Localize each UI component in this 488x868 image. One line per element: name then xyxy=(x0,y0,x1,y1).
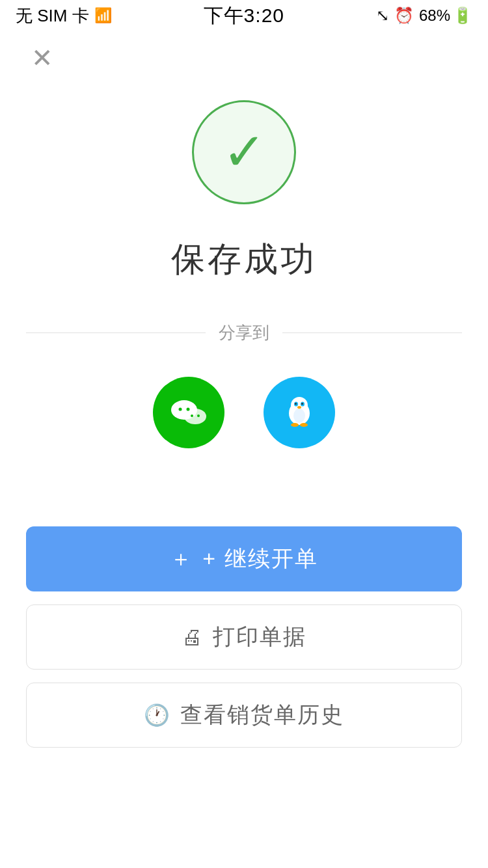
qq-icon xyxy=(279,392,319,433)
status-time: 下午3:20 xyxy=(204,3,284,29)
share-label: 分享到 xyxy=(219,321,269,344)
history-label: 查看销货单历史 xyxy=(180,700,344,730)
svg-point-2 xyxy=(178,407,182,411)
location-icon: ⤡ xyxy=(376,7,389,25)
success-title: 保存成功 xyxy=(171,237,317,282)
share-section: 分享到 xyxy=(0,321,488,461)
status-bar: 无 SIM 卡 📶 下午3:20 ⤡ ⏰ 68% 🔋 xyxy=(0,0,488,29)
qq-share-button[interactable] xyxy=(264,377,335,448)
history-icon: 🕐 xyxy=(144,703,171,727)
alarm-icon: ⏰ xyxy=(394,7,414,25)
svg-point-10 xyxy=(295,403,297,405)
battery-percent: 68% xyxy=(419,7,450,25)
plus-icon: ＋ xyxy=(170,544,193,574)
print-button[interactable]: 🖨 打印单据 xyxy=(26,604,462,670)
svg-point-3 xyxy=(186,407,189,411)
wechat-share-button[interactable] xyxy=(153,377,224,448)
status-right: ⤡ ⏰ 68% 🔋 xyxy=(376,7,472,25)
svg-point-11 xyxy=(301,403,303,405)
wechat-icon xyxy=(168,392,210,434)
battery-indicator: 68% 🔋 xyxy=(419,7,472,25)
history-button[interactable]: 🕐 查看销货单历史 xyxy=(26,683,462,748)
wifi-icon: 📶 xyxy=(94,7,112,24)
sim-status: 无 SIM 卡 xyxy=(16,5,89,27)
print-icon: 🖨 xyxy=(182,625,204,649)
close-icon: ✕ xyxy=(31,45,53,71)
close-button[interactable]: ✕ xyxy=(26,42,59,74)
svg-point-14 xyxy=(300,423,308,427)
continue-order-label: + 继续开单 xyxy=(202,544,318,574)
svg-point-5 xyxy=(197,414,200,417)
svg-point-1 xyxy=(184,409,206,424)
action-buttons: ＋ + 继续开单 🖨 打印单据 🕐 查看销货单历史 xyxy=(0,526,488,748)
share-icons-row xyxy=(26,377,462,448)
success-circle: ✓ xyxy=(192,100,296,204)
checkmark-icon: ✓ xyxy=(223,126,266,178)
share-divider: 分享到 xyxy=(26,321,462,344)
svg-point-4 xyxy=(191,414,193,417)
main-content: ✓ 保存成功 分享到 xyxy=(0,61,488,748)
svg-point-12 xyxy=(297,406,301,409)
status-left: 无 SIM 卡 📶 xyxy=(16,5,112,27)
print-label: 打印单据 xyxy=(213,622,306,652)
continue-order-button[interactable]: ＋ + 继续开单 xyxy=(26,526,462,591)
svg-point-15 xyxy=(293,409,305,423)
battery-icon: 🔋 xyxy=(453,7,472,25)
svg-point-13 xyxy=(291,423,299,427)
